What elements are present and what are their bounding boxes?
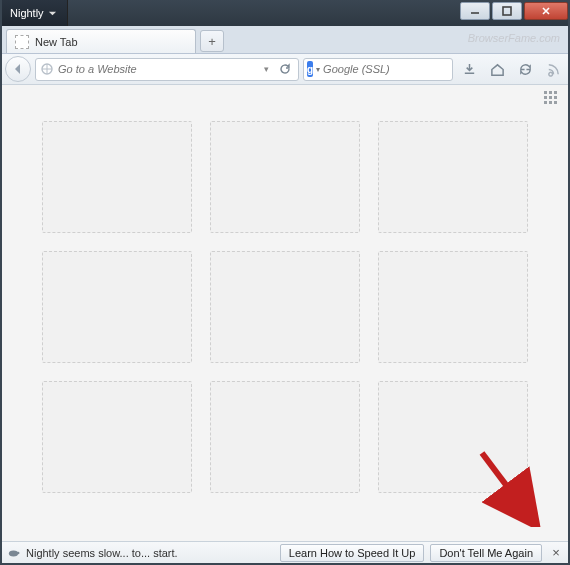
newtab-page xyxy=(2,85,568,541)
speed-dial-tile[interactable] xyxy=(378,381,528,493)
slow-startup-notification: Nightly seems slow... to... start. Learn… xyxy=(2,541,568,563)
sync-button[interactable] xyxy=(513,57,537,81)
speed-dial-tile[interactable] xyxy=(210,381,360,493)
notification-icon xyxy=(6,546,20,560)
app-menu-label: Nightly xyxy=(10,7,44,19)
speed-dial-tile[interactable] xyxy=(42,251,192,363)
tab-newtab[interactable]: New Tab xyxy=(6,29,196,53)
url-bar[interactable]: ▾ xyxy=(35,58,299,81)
downloads-button[interactable] xyxy=(457,57,481,81)
reload-icon xyxy=(279,63,291,75)
grid-icon xyxy=(544,91,560,104)
plus-icon: + xyxy=(208,34,216,49)
maximize-icon xyxy=(502,6,512,16)
url-history-dropdown[interactable]: ▾ xyxy=(261,64,272,74)
tab-favicon xyxy=(15,35,29,49)
titlebar: Nightly xyxy=(0,0,570,26)
home-icon xyxy=(490,62,505,77)
tab-title: New Tab xyxy=(35,36,78,48)
reload-button[interactable] xyxy=(276,63,294,75)
speed-dial-tile[interactable] xyxy=(210,251,360,363)
learn-speedup-button[interactable]: Learn How to Speed It Up xyxy=(280,544,425,562)
globe-icon xyxy=(41,63,53,75)
back-button[interactable] xyxy=(5,56,31,82)
notification-close-button[interactable]: × xyxy=(548,545,564,561)
app-menu-button[interactable]: Nightly xyxy=(0,0,68,26)
search-engine-dropdown[interactable]: ▾ xyxy=(316,65,320,74)
url-input[interactable] xyxy=(58,63,257,75)
new-tab-button[interactable]: + xyxy=(200,30,224,52)
svg-rect-0 xyxy=(503,7,511,15)
navigation-toolbar: ▾ g ▾ xyxy=(0,54,570,85)
back-arrow-icon xyxy=(12,63,24,75)
minimize-button[interactable] xyxy=(460,2,490,20)
toggle-thumbnails-button[interactable] xyxy=(544,91,560,107)
download-icon xyxy=(462,62,477,77)
svg-point-3 xyxy=(8,550,17,556)
maximize-button[interactable] xyxy=(492,2,522,20)
notification-message: Nightly seems slow... to... start. xyxy=(26,547,274,559)
speed-dial-tile[interactable] xyxy=(378,251,528,363)
sync-icon xyxy=(518,62,533,77)
rss-icon xyxy=(546,62,561,77)
chevron-down-icon xyxy=(48,9,57,18)
speed-dial-tile[interactable] xyxy=(42,121,192,233)
minimize-icon xyxy=(470,6,480,16)
dont-tell-again-button[interactable]: Don't Tell Me Again xyxy=(430,544,542,562)
turtle-icon xyxy=(7,546,20,559)
watermark-text: BrowserFame.com xyxy=(468,32,560,44)
identity-icon[interactable] xyxy=(40,62,54,76)
feed-button[interactable] xyxy=(541,57,565,81)
search-bar[interactable]: g ▾ xyxy=(303,58,453,81)
close-window-button[interactable] xyxy=(524,2,568,20)
tab-strip: New Tab + BrowserFame.com xyxy=(0,26,570,54)
close-icon xyxy=(541,6,551,16)
search-input[interactable] xyxy=(323,63,462,75)
speed-dial-tile[interactable] xyxy=(378,121,528,233)
search-engine-icon[interactable]: g xyxy=(307,61,313,77)
speed-dial-tile[interactable] xyxy=(42,381,192,493)
svg-point-4 xyxy=(16,552,19,555)
home-button[interactable] xyxy=(485,57,509,81)
speed-dial-grid xyxy=(2,121,568,493)
speed-dial-tile[interactable] xyxy=(210,121,360,233)
window-controls xyxy=(460,0,570,26)
